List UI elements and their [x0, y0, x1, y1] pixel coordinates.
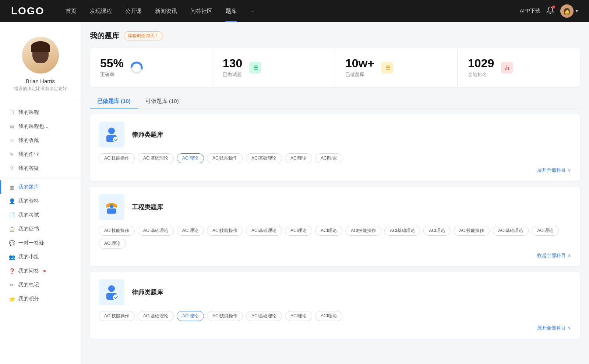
qbank-tag[interactable]: ACI技能操作: [99, 153, 135, 163]
qbank-tag[interactable]: ACI基础理论: [138, 226, 174, 236]
qbank-tag[interactable]: ACI理论: [315, 226, 342, 236]
qbank-tag[interactable]: ACI技能操作: [207, 226, 243, 236]
qbank-tag[interactable]: ACI理论: [423, 226, 451, 236]
qbank-tag[interactable]: ACI基础理论: [138, 311, 174, 321]
qbank-tag[interactable]: ACI理论: [177, 226, 204, 236]
tab-item[interactable]: 已做题库 (10): [90, 94, 138, 108]
sidebar-icon: 👥: [9, 254, 15, 260]
nav-link-···[interactable]: ···: [243, 0, 261, 22]
qbank-tag[interactable]: ACI理论: [285, 311, 312, 321]
sidebar-item-我的作业[interactable]: ✎ 我的作业: [0, 147, 81, 161]
page-title: 我的题库: [90, 31, 119, 41]
nav-link-题库[interactable]: 题库: [219, 0, 243, 22]
qbank-tags: ACI技能操作ACI基础理论ACI理论ACI技能操作ACI基础理论ACI理论AC…: [99, 311, 571, 321]
qbank-tag[interactable]: ACI理论: [177, 311, 204, 321]
qbank-tag[interactable]: ACI理论: [315, 311, 342, 321]
sidebar-item-我的答疑[interactable]: ? 我的答疑: [0, 161, 81, 175]
sidebar-item-我的资料[interactable]: 👤 我的资料: [0, 194, 81, 208]
sidebar-item-一对一答疑[interactable]: 💬 一对一答疑: [0, 236, 81, 250]
stat-text: 10w+ 已做题库: [345, 57, 374, 78]
logo[interactable]: LOGO: [11, 5, 44, 17]
notification-bell[interactable]: [546, 6, 554, 16]
unread-dot: [43, 270, 46, 272]
nav-link-新闻资讯[interactable]: 新闻资讯: [148, 0, 184, 22]
sidebar-icon: ⭐: [9, 296, 15, 302]
qbank-icon: [99, 279, 124, 305]
qbank-tag[interactable]: ACI基础理论: [493, 226, 529, 236]
nav-link-发现课程[interactable]: 发现课程: [83, 0, 119, 22]
qbank-tag[interactable]: ACI技能操作: [345, 226, 381, 236]
qbank-icon: [99, 122, 124, 147]
nav-link-首页[interactable]: 首页: [59, 0, 83, 22]
qbank-header: 工程类题库: [99, 194, 571, 220]
qbank-expand: 收起全部科目 ∧: [99, 252, 571, 259]
main-layout: Brian Harris 错误的决定比没有决定要好 ☐ 我的课程 ▤ 我的课程包…: [0, 22, 589, 364]
expand-link[interactable]: 展开全部科目 ∨: [537, 167, 571, 174]
sidebar-label: 我的证书: [18, 226, 39, 232]
stats-row: 55% 正确率 130 已做试题 10w+ 已做题库 1029 全站排名: [90, 48, 580, 87]
qbank-name: 工程类题库: [132, 203, 163, 211]
qbank-tags: ACI技能操作ACI基础理论ACI理论ACI技能操作ACI基础理论ACI理论AC…: [99, 226, 571, 249]
sidebar-item-我的笔记[interactable]: ✏ 我的笔记: [0, 278, 81, 292]
sidebar-item-我的积分[interactable]: ⭐ 我的积分: [0, 292, 81, 306]
qbank-name: 律师类题库: [132, 131, 163, 139]
qbank-tag[interactable]: ACI技能操作: [99, 311, 135, 321]
sidebar-item-我的证书[interactable]: 📋 我的证书: [0, 222, 81, 236]
expand-link[interactable]: 展开全部科目 ∨: [537, 325, 571, 331]
sidebar-item-我的问答[interactable]: ❓ 我的问答: [0, 264, 81, 278]
sidebar-item-我的课程[interactable]: ☐ 我的课程: [0, 106, 81, 119]
sidebar-item-我的考试[interactable]: 📄 我的考试: [0, 208, 81, 222]
sidebar-item-我的小组[interactable]: 👥 我的小组: [0, 250, 81, 264]
sidebar-item-我的题库[interactable]: ▦ 我的题库: [0, 180, 81, 194]
qbank-expand: 展开全部科目 ∨: [99, 325, 571, 331]
qbank-tag[interactable]: ACI基础理论: [384, 226, 420, 236]
user-avatar-menu[interactable]: 👩 ▾: [560, 4, 578, 18]
navbar-right: APP下载 👩 ▾: [520, 4, 578, 18]
qbank-tag[interactable]: ACI技能操作: [99, 226, 135, 236]
stat-card: 1029 全站排名: [458, 48, 580, 87]
qbank-tag[interactable]: ACI理论: [177, 153, 204, 163]
qbank-tag[interactable]: ACI基础理论: [246, 226, 282, 236]
profile-motto: 错误的决定比没有决定要好: [14, 86, 67, 92]
tab-item[interactable]: 可做题库 (10): [138, 94, 186, 108]
stat-value: 55%: [100, 57, 124, 70]
qbank-tag[interactable]: ACI理论: [99, 239, 126, 249]
app-download-button[interactable]: APP下载: [520, 8, 540, 14]
stat-label: 正确率: [100, 71, 124, 78]
stat-icon: [130, 61, 144, 75]
expand-link[interactable]: 收起全部科目 ∧: [537, 252, 571, 259]
svg-point-4: [113, 137, 119, 143]
sidebar-label: 我的积分: [18, 296, 39, 302]
qbank-tag[interactable]: ACI理论: [532, 226, 559, 236]
sidebar-item-我的课程包...[interactable]: ▤ 我的课程包...: [0, 119, 81, 133]
svg-point-5: [110, 204, 113, 208]
nav-link-公开课[interactable]: 公开课: [119, 0, 148, 22]
svg-point-9: [113, 295, 119, 300]
qbank-tag[interactable]: ACI基础理论: [246, 153, 282, 163]
sidebar-item-我的收藏[interactable]: ☆ 我的收藏: [0, 133, 81, 147]
qbank-tag[interactable]: ACI基础理论: [138, 153, 174, 163]
stat-label: 已做试题: [223, 71, 242, 78]
qbank-card: 律师类题库 ACI技能操作ACI基础理论ACI理论ACI技能操作ACI基础理论A…: [90, 114, 580, 181]
stat-card: 130 已做试题: [212, 48, 335, 87]
qbank-tags: ACI技能操作ACI基础理论ACI理论ACI技能操作ACI基础理论ACI理论AC…: [99, 153, 571, 163]
qbank-tag[interactable]: ACI理论: [315, 153, 342, 163]
sidebar-label: 我的课程: [18, 109, 39, 116]
profile-name: Brian Harris: [26, 78, 55, 84]
sidebar-icon: 💬: [9, 240, 15, 246]
qbank-tag[interactable]: ACI技能操作: [207, 153, 243, 163]
sidebar-label: 我的课程包...: [18, 123, 49, 130]
qbank-tag[interactable]: ACI技能操作: [207, 311, 243, 321]
qbank-tag[interactable]: ACI基础理论: [246, 311, 282, 321]
qbank-tag[interactable]: ACI理论: [285, 153, 312, 163]
sidebar-icon: ☐: [9, 110, 15, 115]
qbank-card: 律师类题库 ACI技能操作ACI基础理论ACI理论ACI技能操作ACI基础理论A…: [90, 272, 580, 339]
qbank-name: 律师类题库: [132, 288, 163, 297]
qbank-tag[interactable]: ACI理论: [285, 226, 312, 236]
svg-point-7: [108, 285, 115, 292]
nav-link-问答社区[interactable]: 问答社区: [184, 0, 219, 22]
qbank-tag[interactable]: ACI技能操作: [454, 226, 490, 236]
qbank-header: 律师类题库: [99, 122, 571, 147]
sidebar: Brian Harris 错误的决定比没有决定要好 ☐ 我的课程 ▤ 我的课程包…: [0, 22, 81, 364]
sidebar-icon: ▦: [9, 184, 15, 190]
